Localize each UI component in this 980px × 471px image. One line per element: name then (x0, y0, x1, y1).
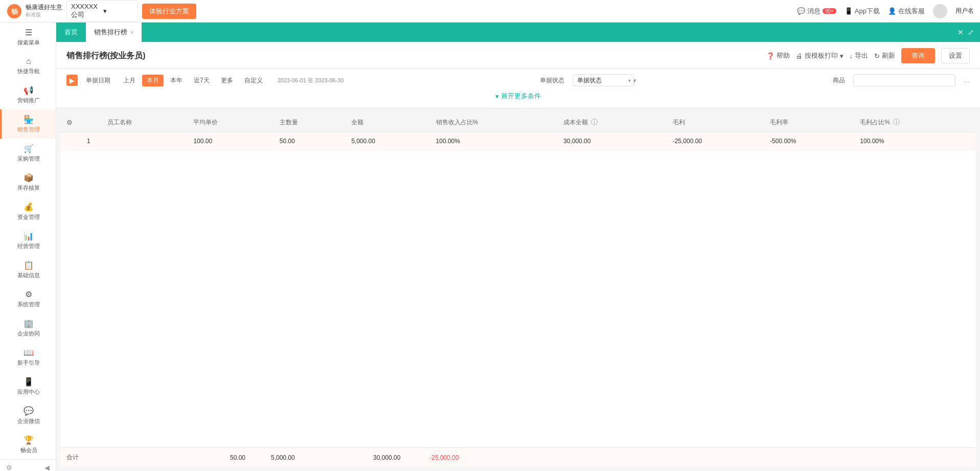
main-layout: ☰ 搜索菜单 ⌂ 快捷导航 📢 营销推广 🏪 销售管理 🛒 采购管理 📦 库存核… (0, 23, 980, 471)
refresh-button[interactable]: ↻ 刷新 (874, 51, 895, 60)
export-button[interactable]: ↓ 导出 (850, 51, 869, 60)
goods-input[interactable] (853, 74, 955, 86)
sidebar-item-search[interactable]: ☰ 搜索菜单 (0, 23, 56, 52)
expand-row: ▾ 展开更多条件 (66, 86, 970, 103)
footer-qty: 50.00 (230, 454, 271, 461)
sidebar-item-wechat[interactable]: 💬 企业微信 (0, 401, 56, 430)
th-profit-pct: 毛利占比% ⓘ (854, 113, 976, 132)
row-avg-price: 100.00 (187, 132, 273, 150)
sidebar-item-corp[interactable]: 🏢 企业协同 (0, 313, 56, 343)
date-range: 2023-06-01 至 2023-06-30 (278, 77, 344, 84)
date-tab-year[interactable]: 本年 (166, 75, 187, 86)
help-button[interactable]: ❓ 帮助 (766, 51, 790, 60)
message-badge: 99+ (823, 8, 836, 14)
sidebar-item-marketing[interactable]: 📢 营销推广 (0, 80, 56, 109)
date-tab-custom[interactable]: 自定义 (240, 75, 267, 86)
date-tab-more[interactable]: 更多 (216, 75, 238, 86)
tab-home[interactable]: 首页 (56, 23, 86, 42)
date-tab-prev[interactable]: 上月 (119, 75, 140, 86)
svg-text:畅: 畅 (11, 8, 18, 15)
logo-sub: 标准版 (26, 11, 62, 18)
sidebar-item-operation[interactable]: 📊 经营管理 (0, 226, 56, 255)
tab-bar: 首页 销售排行榜 × ✕ ⤢ (56, 23, 980, 42)
footer-cost: 30,000.00 (373, 454, 429, 461)
tab-close-button[interactable]: ✕ (958, 28, 964, 36)
sidebar-item-member[interactable]: 🏆 畅会员 (0, 430, 56, 459)
page-title-row: 销售排行榜(按业务员) ❓ 帮助 🖨 按模板打印 ▾ ↓ (66, 48, 970, 69)
marketing-icon: 📢 (24, 85, 34, 95)
sidebar-item-shortcut[interactable]: ⌂ 快捷导航 (0, 52, 56, 80)
operation-icon: 📊 (24, 231, 34, 241)
company-name: XXXXXX公司 (71, 3, 101, 19)
date-tab-7[interactable]: 近7天 (189, 75, 214, 86)
row-amount: 5,000.00 (345, 132, 429, 150)
finance-icon: 💰 (24, 202, 34, 212)
table-empty-area (60, 150, 976, 447)
print-label: 按模板打印 (805, 51, 838, 60)
trial-button[interactable]: 体验行业方案 (142, 4, 196, 19)
profit-pct-info-icon[interactable]: ⓘ (893, 118, 900, 126)
logo-icon: 畅 (6, 3, 22, 19)
apps-icon: 📱 (24, 377, 34, 387)
sidebar-label-shortcut: 快捷导航 (17, 68, 40, 75)
table-footer: 合计 50.00 5,000.00 30,000.00 -25,000.00 (60, 447, 976, 467)
status-select-wrapper: 单据状态 (573, 74, 634, 86)
guide-icon: 📖 (24, 348, 34, 357)
user-name: 用户名 (955, 7, 974, 15)
page-title: 销售排行榜(按业务员) (66, 51, 146, 61)
expand-label: 展开更多条件 (501, 92, 541, 101)
tab-expand-button[interactable]: ⤢ (968, 28, 974, 36)
sidebar-item-inventory[interactable]: 📦 库存核算 (0, 168, 56, 197)
date-tab-cur[interactable]: 本月 (142, 75, 164, 86)
tab-close-icon[interactable]: × (130, 29, 133, 35)
cost-info-icon[interactable]: ⓘ (591, 118, 598, 126)
sidebar-item-purchase[interactable]: 🛒 采购管理 (0, 139, 56, 168)
sidebar-item-base[interactable]: 📋 基础信息 (0, 255, 56, 284)
tab-sales-rank[interactable]: 销售排行榜 × (86, 23, 142, 42)
row-settings (60, 132, 81, 150)
sidebar-label-operation: 经营管理 (17, 242, 40, 250)
tab-bar-right: ✕ ⤢ (958, 28, 980, 36)
tab-home-label: 首页 (64, 28, 78, 37)
status-select[interactable]: 单据状态 (573, 74, 634, 86)
data-table: ⚙ 员工名称 平均单价 主数量 全额 销售收入占比% 成本全额 ⓘ 毛利 毛利率… (60, 113, 976, 150)
sidebar-label-corp: 企业协同 (17, 330, 40, 338)
sidebar-collapse-icon[interactable]: ◀ (44, 464, 50, 471)
wechat-icon: 💬 (24, 406, 34, 416)
th-name: 员工名称 (101, 113, 187, 132)
company-selector[interactable]: XXXXXX公司 ▾ (66, 0, 138, 22)
app-download-button[interactable]: 📱 App下载 (845, 7, 880, 16)
th-cost: 成本全额 ⓘ (557, 113, 667, 132)
sidebar-item-system[interactable]: ⚙ 系统管理 (0, 284, 56, 313)
more-button[interactable]: … (964, 77, 970, 84)
settings-button[interactable]: 设置 (941, 48, 970, 63)
th-rank (81, 113, 101, 132)
message-label: 消息 (807, 7, 821, 16)
top-bar-right: 💬 消息 99+ 📱 App下载 👤 在线客服 用户名 (797, 4, 974, 18)
query-button[interactable]: 查询 (901, 48, 935, 63)
th-avg-price: 平均单价 (187, 113, 273, 132)
row-sale-pct: 100.00% (430, 132, 558, 150)
filter-expand-arrow[interactable]: ▶ (66, 75, 78, 86)
row-profit-rate: -500.00% (764, 132, 854, 150)
expand-conditions-button[interactable]: ▾ 展开更多条件 (495, 89, 541, 103)
sidebar-item-apps[interactable]: 📱 应用中心 (0, 372, 56, 401)
th-settings[interactable]: ⚙ (60, 113, 81, 132)
print-button[interactable]: 🖨 按模板打印 ▾ (796, 51, 844, 60)
messages-button[interactable]: 💬 消息 99+ (797, 7, 836, 16)
sidebar-label-search: 搜索菜单 (17, 39, 40, 47)
sidebar-label-base: 基础信息 (17, 272, 40, 279)
table-body: 1 100.00 50.00 5,000.00 100.00% 30,000.0… (60, 132, 976, 150)
message-icon: 💬 (797, 7, 805, 15)
member-icon: 🏆 (24, 435, 34, 445)
table-row: 1 100.00 50.00 5,000.00 100.00% 30,000.0… (60, 132, 976, 150)
sidebar-item-sales[interactable]: 🏪 销售管理 (0, 109, 56, 139)
sidebar-settings-icon[interactable]: ⚙ (6, 464, 12, 471)
sidebar-item-guide[interactable]: 📖 新手引导 (0, 343, 56, 372)
refresh-label: 刷新 (882, 51, 895, 60)
page-content: 销售排行榜(按业务员) ❓ 帮助 🖨 按模板打印 ▾ ↓ (56, 42, 980, 471)
avatar[interactable] (933, 4, 947, 18)
sidebar-item-finance[interactable]: 💰 资金管理 (0, 197, 56, 226)
footer-label: 合计 (66, 453, 169, 462)
online-service-button[interactable]: 👤 在线客服 (888, 7, 925, 16)
